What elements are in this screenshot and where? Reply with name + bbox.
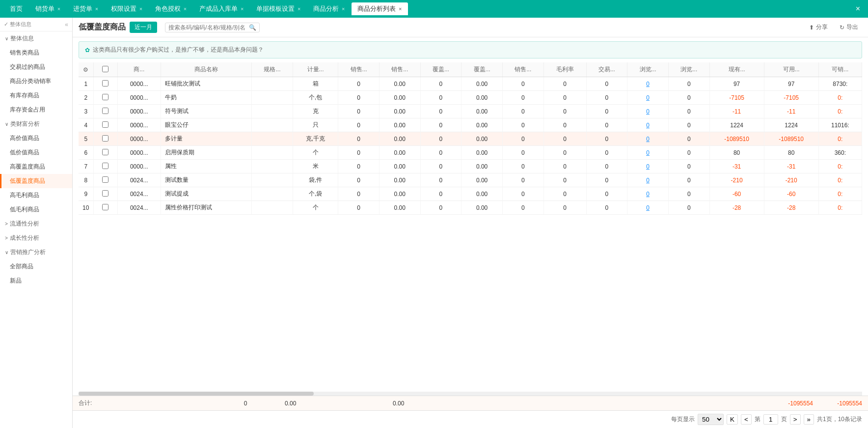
sidebar-item-new-products[interactable]: 新品 <box>0 274 72 288</box>
row-checkbox-6[interactable] <box>93 146 117 160</box>
nav-product-storage[interactable]: 产成品入库单 × <box>193 2 249 15</box>
saleable-column-header[interactable]: 可销... <box>818 62 862 77</box>
page-number-input[interactable] <box>763 414 778 425</box>
row-browse1-3[interactable]: 0 <box>627 105 669 118</box>
nav-roles[interactable]: 角色授权 × <box>149 2 192 15</box>
last-page-button[interactable]: » <box>804 414 814 425</box>
nav-product-storage-close[interactable]: × <box>241 6 244 12</box>
row-checkbox-2[interactable] <box>93 91 117 105</box>
nav-template-settings-close[interactable]: × <box>298 6 300 12</box>
sales-count-column-header[interactable]: 销售... <box>502 62 543 77</box>
sidebar-collapse-icon[interactable]: « <box>65 21 68 28</box>
nav-sales[interactable]: 销货单 × <box>29 2 66 15</box>
name-column-header[interactable]: 商品名称 <box>161 62 251 77</box>
nav-roles-close[interactable]: × <box>184 6 187 12</box>
sales-amt-column-header[interactable]: 销售... <box>379 62 420 77</box>
row-checkbox-4[interactable] <box>93 118 117 132</box>
browse2-column-header[interactable]: 浏览... <box>668 62 709 77</box>
nav-permissions-close[interactable]: × <box>139 6 142 12</box>
horizontal-scrollbar[interactable] <box>79 392 862 396</box>
row-select-checkbox-1[interactable] <box>102 80 108 86</box>
row-select-checkbox-4[interactable] <box>102 121 108 128</box>
sidebar-section-overall[interactable]: ∨ 整体信息 <box>0 31 72 46</box>
current-stock-column-header[interactable]: 现有... <box>709 62 764 77</box>
coverage1-column-header[interactable]: 覆盖... <box>420 62 461 77</box>
chevron-right-icon-2: > <box>5 235 8 241</box>
nav-purchase-close[interactable]: × <box>95 6 98 12</box>
row-select-checkbox-10[interactable] <box>102 204 108 210</box>
available-column-header[interactable]: 可用... <box>764 62 818 77</box>
nav-purchase[interactable]: 进货单 × <box>67 2 104 15</box>
search-input[interactable] <box>168 24 247 31</box>
sales-qty-column-header[interactable]: 销售... <box>338 62 380 77</box>
sidebar-item-traded-products[interactable]: 交易过的商品 <box>0 60 72 74</box>
row-checkbox-9[interactable] <box>93 187 117 201</box>
nav-product-analysis-list[interactable]: 商品分析列表 × <box>352 2 407 15</box>
sidebar-item-high-value[interactable]: 高价值商品 <box>0 131 72 145</box>
select-all-checkbox[interactable] <box>102 66 108 72</box>
sidebar-item-low-margin[interactable]: 低毛利商品 <box>0 202 72 217</box>
first-page-button[interactable]: K <box>727 414 738 425</box>
nav-template-settings[interactable]: 单据模板设置 × <box>250 2 306 15</box>
browse1-column-header[interactable]: 浏览... <box>627 62 669 77</box>
coverage2-column-header[interactable]: 覆盖... <box>461 62 503 77</box>
row-browse1-7[interactable]: 0 <box>627 160 669 173</box>
code-column-header[interactable]: 商... <box>117 62 161 77</box>
sidebar-item-low-coverage[interactable]: 低覆盖度商品 <box>0 174 72 188</box>
sidebar-item-stocked-products[interactable]: 有库存商品 <box>0 88 72 103</box>
window-close-button[interactable]: × <box>852 2 864 15</box>
sidebar-section-growth[interactable]: > 成长性分析 <box>0 231 72 245</box>
sidebar-item-high-coverage[interactable]: 高覆盖度商品 <box>0 160 72 174</box>
row-select-checkbox-6[interactable] <box>102 149 108 155</box>
row-browse1-5[interactable]: 0 <box>627 132 669 146</box>
sidebar-item-category-sales-rate[interactable]: 商品分类动销率 <box>0 74 72 88</box>
prev-page-button[interactable]: < <box>741 414 752 425</box>
nav-product-analysis-list-close[interactable]: × <box>399 6 402 12</box>
row-checkbox-10[interactable] <box>93 201 117 215</box>
search-icon[interactable]: 🔍 <box>249 24 256 31</box>
nav-sales-close[interactable]: × <box>57 6 60 12</box>
row-checkbox-1[interactable] <box>93 77 117 91</box>
unit-column-header[interactable]: 计量... <box>293 62 338 77</box>
scrollbar-thumb[interactable] <box>79 392 314 396</box>
sidebar-section-marketing[interactable]: ∨ 营销推广分析 <box>0 245 72 259</box>
row-checkbox-3[interactable] <box>93 105 117 118</box>
gross-margin-column-header[interactable]: 毛利率 <box>543 62 586 77</box>
row-browse1-9[interactable]: 0 <box>627 187 669 201</box>
spec-column-header[interactable]: 规格... <box>252 62 293 77</box>
nav-permissions[interactable]: 权限设置 × <box>105 2 148 15</box>
sidebar-section-circulation[interactable]: > 流通性分析 <box>0 217 72 231</box>
period-button[interactable]: 近一月 <box>130 22 157 33</box>
next-page-button[interactable]: > <box>790 414 801 425</box>
row-select-checkbox-2[interactable] <box>102 94 108 100</box>
row-browse1-6[interactable]: 0 <box>627 146 669 160</box>
nav-product-analysis-close[interactable]: × <box>342 6 345 12</box>
export-button[interactable]: ↻ 导出 <box>836 22 862 33</box>
row-checkbox-7[interactable] <box>93 160 117 173</box>
nav-product-analysis[interactable]: 商品分析 × <box>307 2 351 15</box>
sidebar-section-wealth[interactable]: ∨ 类财富分析 <box>0 117 72 131</box>
sidebar-item-sales-products[interactable]: 销售类商品 <box>0 46 72 60</box>
checkbox-column-header[interactable] <box>93 62 117 77</box>
share-button[interactable]: ⬆ 分享 <box>805 22 832 33</box>
row-select-checkbox-9[interactable] <box>102 190 108 197</box>
sidebar-item-all-products[interactable]: 全部商品 <box>0 259 72 274</box>
row-checkbox-8[interactable] <box>93 173 117 187</box>
row-checkbox-5[interactable] <box>93 132 117 146</box>
sidebar-item-high-margin[interactable]: 高毛利商品 <box>0 188 72 202</box>
nav-home[interactable]: 首页 <box>4 2 28 15</box>
row-browse1-2[interactable]: 0 <box>627 91 669 105</box>
row-browse1-1[interactable]: 0 <box>627 77 669 91</box>
sidebar-item-stock-funds[interactable]: 库存资金占用 <box>0 103 72 117</box>
row-select-checkbox-8[interactable] <box>102 176 108 183</box>
row-browse1-4[interactable]: 0 <box>627 118 669 132</box>
settings-column-header[interactable]: ⚙ <box>79 62 93 77</box>
row-select-checkbox-5[interactable] <box>102 135 108 142</box>
page-size-select[interactable]: 50 20 100 <box>698 414 724 425</box>
row-select-checkbox-7[interactable] <box>102 163 108 169</box>
row-select-checkbox-3[interactable] <box>102 108 108 114</box>
sidebar-item-low-value[interactable]: 低价值商品 <box>0 145 72 160</box>
row-browse1-10[interactable]: 0 <box>627 201 669 215</box>
row-browse1-8[interactable]: 0 <box>627 173 669 187</box>
trade-column-header[interactable]: 交易... <box>586 62 627 77</box>
